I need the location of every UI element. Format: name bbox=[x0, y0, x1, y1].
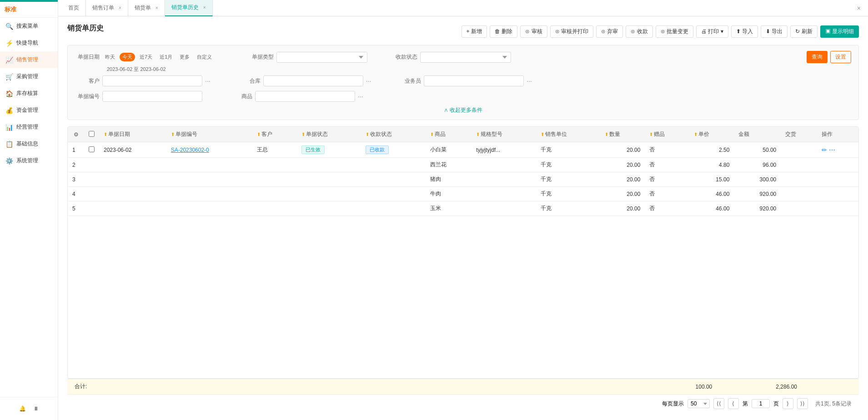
tab-sales-order-close[interactable]: × bbox=[119, 5, 121, 10]
import-button[interactable]: ⬆ 导入 bbox=[731, 25, 758, 38]
abandon-button[interactable]: ⊙ 弃审 bbox=[596, 25, 623, 38]
select-all-checkbox[interactable] bbox=[89, 131, 95, 137]
sidebar-item-sales[interactable]: 📈 销售管理 bbox=[0, 51, 58, 68]
cell-customer bbox=[252, 158, 297, 172]
sidebar-bottom: 🔔 ⏸ bbox=[0, 397, 58, 420]
tab-sales-order[interactable]: 销售订单 × bbox=[86, 0, 128, 16]
query-button[interactable]: 查询 bbox=[807, 51, 828, 63]
cell-doc-date bbox=[99, 158, 166, 172]
cell-unit: 千克 bbox=[536, 142, 601, 158]
edit-action[interactable]: ✏ bbox=[822, 146, 827, 154]
show-detail-button[interactable]: ▣ 显示明细 bbox=[820, 25, 859, 38]
date-7days[interactable]: 近7天 bbox=[137, 53, 155, 61]
payment-status-select[interactable] bbox=[420, 52, 511, 63]
sales-icon: 📈 bbox=[5, 56, 13, 64]
goods-label: 商品 bbox=[228, 93, 252, 100]
date-custom[interactable]: 自定义 bbox=[194, 53, 215, 61]
sidebar-item-search[interactable]: 🔍 搜索菜单 bbox=[0, 18, 58, 35]
cell-payment-status bbox=[361, 158, 426, 172]
th-unit-price[interactable]: ⬆单价 bbox=[689, 127, 734, 142]
tab-sales-delivery[interactable]: 销货单 × bbox=[128, 0, 165, 16]
print-button[interactable]: 🖨 打印 ▾ bbox=[696, 25, 728, 38]
tab-sales-history-close[interactable]: × bbox=[203, 5, 206, 10]
sidebar-notification[interactable]: 🔔 ⏸ bbox=[0, 401, 58, 416]
th-doc-no[interactable]: ⬆单据编号 bbox=[166, 127, 252, 142]
sidebar-item-quicknav[interactable]: ⚡ 快捷导航 bbox=[0, 35, 58, 51]
sidebar-item-basic[interactable]: 📋 基础信息 bbox=[0, 135, 58, 152]
export-button[interactable]: ⬇ 导出 bbox=[761, 25, 788, 38]
first-page-btn[interactable]: ⟨⟨ bbox=[713, 398, 724, 409]
cell-goods: 小白菜 bbox=[426, 142, 472, 158]
salesperson-input[interactable] bbox=[424, 75, 524, 86]
cell-amount: 920.00 bbox=[734, 201, 781, 216]
table-row: 5 玉米 千克 20.00 否 46.00 920.00 bbox=[68, 201, 858, 216]
th-customer[interactable]: ⬆客户 bbox=[252, 127, 297, 142]
more-action[interactable]: ⋯ bbox=[829, 146, 835, 154]
th-doc-date[interactable]: ⬆单据日期 bbox=[99, 127, 166, 142]
cell-checkbox bbox=[84, 187, 99, 201]
date-yesterday[interactable]: 昨天 bbox=[102, 53, 118, 61]
last-page-btn[interactable]: ⟩⟩ bbox=[797, 398, 808, 409]
batch-change-button[interactable]: ⊙ 批量变更 bbox=[656, 25, 693, 38]
cell-gift: 否 bbox=[645, 201, 689, 216]
date-more[interactable]: 更多 bbox=[177, 53, 192, 61]
th-settings[interactable]: ⚙ bbox=[68, 127, 84, 142]
collapse-button[interactable]: ∧ 收起更多条件 bbox=[75, 106, 851, 114]
tab-sales-history[interactable]: 销货单历史 × bbox=[165, 0, 213, 16]
cell-qty: 20.00 bbox=[600, 158, 645, 172]
table-header-row: ⚙ ⬆单据日期 ⬆单据编号 ⬆客户 ⬆单据状态 ⬆收款状态 ⬆商品 ⬆规格型号 … bbox=[68, 127, 858, 142]
row-checkbox[interactable] bbox=[89, 146, 95, 152]
cell-transaction bbox=[781, 142, 817, 158]
doc-type-select[interactable] bbox=[276, 52, 367, 63]
doc-type-label: 单据类型 bbox=[249, 53, 274, 61]
next-page-btn[interactable]: ⟩ bbox=[783, 398, 793, 409]
th-goods[interactable]: ⬆商品 bbox=[426, 127, 472, 142]
doc-no-link[interactable]: SA-20230602-0 bbox=[171, 147, 209, 153]
sidebar-item-operations[interactable]: 📊 经营管理 bbox=[0, 119, 58, 135]
cell-goods: 西兰花 bbox=[426, 158, 472, 172]
th-unit[interactable]: ⬆销售单位 bbox=[536, 127, 601, 142]
sidebar-item-finance[interactable]: 💰 资金管理 bbox=[0, 102, 58, 119]
refresh-button[interactable]: ↻ 刷新 bbox=[790, 25, 817, 38]
goods-dots[interactable]: ··· bbox=[358, 93, 363, 100]
prev-page-btn[interactable]: ⟨ bbox=[728, 398, 739, 409]
th-doc-status[interactable]: ⬆单据状态 bbox=[297, 127, 361, 142]
per-page-select[interactable]: 50 100 bbox=[687, 399, 710, 408]
settings-button[interactable]: 设置 bbox=[830, 51, 851, 63]
audit-button[interactable]: ⊙ 审核 bbox=[520, 25, 547, 38]
customer-input[interactable] bbox=[102, 75, 202, 86]
cell-customer bbox=[252, 172, 297, 187]
goods-input[interactable] bbox=[255, 91, 355, 102]
cell-seq: 3 bbox=[68, 172, 84, 187]
tab-sales-delivery-close[interactable]: × bbox=[156, 5, 158, 10]
th-qty[interactable]: ⬆数量 bbox=[600, 127, 645, 142]
new-button[interactable]: + 新增 bbox=[462, 25, 487, 38]
table-row: 3 猪肉 千克 20.00 否 15.00 300.00 bbox=[68, 172, 858, 187]
sidebar-item-system[interactable]: ⚙️ 系统管理 bbox=[0, 152, 58, 169]
warehouse-input[interactable] bbox=[263, 75, 363, 86]
cell-action bbox=[817, 158, 858, 172]
close-all-tabs-btn[interactable]: × bbox=[853, 5, 864, 12]
th-payment-status[interactable]: ⬆收款状态 bbox=[361, 127, 426, 142]
sidebar-item-purchase[interactable]: 🛒 采购管理 bbox=[0, 68, 58, 85]
cell-gift: 否 bbox=[645, 142, 689, 158]
audit-print-button[interactable]: ⊙ 审核并打印 bbox=[550, 25, 593, 38]
th-gift[interactable]: ⬆赠品 bbox=[645, 127, 689, 142]
customer-dots[interactable]: ··· bbox=[205, 77, 211, 85]
tab-home[interactable]: 首页 bbox=[62, 0, 86, 16]
sidebar-item-inventory[interactable]: 🏠 库存核算 bbox=[0, 85, 58, 102]
warehouse-dots[interactable]: ··· bbox=[366, 77, 371, 85]
th-spec[interactable]: ⬆规格型号 bbox=[472, 127, 536, 142]
date-1month[interactable]: 近1月 bbox=[157, 53, 175, 61]
cell-checkbox bbox=[84, 201, 99, 216]
cell-unit: 千克 bbox=[536, 201, 601, 216]
doc-number-input[interactable] bbox=[102, 91, 202, 102]
salesperson-dots[interactable]: ··· bbox=[527, 77, 532, 85]
cell-qty: 20.00 bbox=[600, 172, 645, 187]
page-label: 第 bbox=[743, 400, 748, 408]
delete-button[interactable]: 🗑 删除 bbox=[490, 25, 517, 38]
date-today[interactable]: 今天 bbox=[120, 53, 135, 61]
page-number-input[interactable] bbox=[752, 399, 770, 408]
collect-button[interactable]: ⊙ 收款 bbox=[626, 25, 652, 38]
cell-amount: 50.00 bbox=[734, 142, 781, 158]
